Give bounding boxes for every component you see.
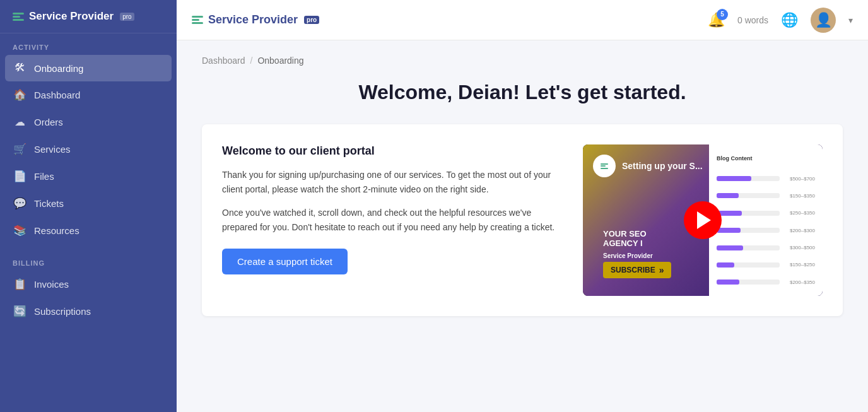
- spp-bar-2: [601, 165, 606, 167]
- video-thumbnail: Setting up your S... ⋮ YOUR SEO AGENCY I: [583, 144, 823, 296]
- sidebar-item-services-label: Services: [34, 144, 71, 155]
- main-content: Service Provider pro 🔔 5 0 words 🌐 👤 ▾: [177, 0, 868, 412]
- onboarding-card: Welcome to our client portal Thank you f…: [202, 124, 843, 316]
- sidebar-pro-badge: pro: [120, 13, 134, 21]
- user-dropdown-arrow[interactable]: ▾: [848, 15, 853, 25]
- chart-value-7: $200–$350: [783, 280, 815, 285]
- sidebar-item-services[interactable]: 🛒 Services: [0, 136, 177, 163]
- video-play-button[interactable]: [684, 201, 722, 239]
- orders-icon: ☁: [13, 115, 26, 129]
- chart-value-2: $150–$350: [783, 193, 815, 199]
- chart-bar-container-4: [717, 228, 780, 233]
- sidebar-item-subscriptions[interactable]: 🔄 Subscriptions: [0, 298, 177, 325]
- sidebar-item-dashboard[interactable]: 🏠 Dashboard: [0, 81, 177, 109]
- resources-icon: 📚: [13, 224, 26, 237]
- sidebar-item-subscriptions-label: Subscriptions: [34, 306, 91, 317]
- chart-value-1: $500–$700: [783, 176, 815, 182]
- chart-title: Blog Content: [717, 155, 815, 164]
- chart-bar-container-6: [717, 262, 780, 268]
- sidebar-item-resources[interactable]: 📚 Resources: [0, 217, 177, 244]
- subscribe-arrows-icon: »: [659, 265, 664, 275]
- chart-bar-container-1: [717, 176, 780, 181]
- onboarding-icon: 🛠: [13, 62, 26, 74]
- chart-row-6: $150–$250: [717, 262, 815, 268]
- avatar-image: 👤: [815, 12, 832, 28]
- chart-bar-container-5: [717, 245, 780, 250]
- logo-bar-3: [13, 19, 24, 21]
- header-logo: Service Provider pro: [192, 13, 319, 26]
- user-avatar[interactable]: 👤: [811, 8, 836, 33]
- notification-badge: 5: [717, 9, 728, 20]
- chart-bar-container-3: [717, 211, 780, 216]
- subscribe-label: SUBSCRIBE: [611, 266, 655, 274]
- chart-overlay: Blog Content $500–$700: [709, 144, 823, 296]
- header-brand-name: Service Provider: [208, 13, 298, 26]
- chart-row-2: $150–$350: [717, 193, 815, 199]
- billing-section-label: BILLING: [0, 249, 177, 271]
- video-channel-label: Setting up your S...: [622, 160, 703, 172]
- provider-label: Service Provider: [603, 252, 653, 259]
- header-logo-bar-1: [192, 16, 203, 18]
- card-heading: Welcome to our client portal: [222, 144, 563, 158]
- sidebar-item-tickets-label: Tickets: [34, 198, 64, 209]
- chart-row-5: $300–$500: [717, 245, 815, 250]
- subscribe-button[interactable]: SUBSCRIBE »: [603, 262, 671, 278]
- chart-row-1: $500–$700: [717, 176, 815, 182]
- sidebar-item-resources-label: Resources: [34, 225, 79, 236]
- video-container: Setting up your S... ⋮ YOUR SEO AGENCY I: [583, 144, 823, 296]
- chart-bar-container-2: [717, 193, 780, 198]
- files-icon: 📄: [13, 170, 26, 183]
- card-paragraph-1: Thank you for signing up/purchasing one …: [222, 168, 563, 197]
- chart-bar-5: [717, 245, 743, 250]
- chart-row-4: $200–$300: [717, 228, 815, 233]
- sidebar-item-invoices-label: Invoices: [34, 279, 69, 290]
- page-title: Welcome, Deian! Let's get started.: [202, 81, 843, 104]
- sidebar-item-tickets[interactable]: 💬 Tickets: [0, 190, 177, 217]
- subscriptions-icon: 🔄: [13, 305, 26, 318]
- header-right: 🔔 5 0 words 🌐 👤 ▾: [708, 8, 853, 33]
- sidebar-item-files[interactable]: 📄 Files: [0, 163, 177, 190]
- globe-icon[interactable]: 🌐: [781, 12, 798, 28]
- chart-bar-4: [717, 228, 741, 233]
- chart-value-4: $200–$300: [783, 228, 815, 233]
- header-logo-bar-3: [192, 22, 203, 24]
- sidebar-brand-name: Service Provider: [29, 10, 114, 23]
- chart-row-7: $200–$350: [717, 280, 815, 285]
- spp-logo-inner: [601, 163, 608, 169]
- invoices-icon: 📋: [13, 278, 26, 291]
- activity-section-label: ACTIVITY: [0, 33, 177, 55]
- chart-bar-6: [717, 262, 734, 268]
- services-icon: 🛒: [13, 143, 26, 156]
- sidebar-item-onboarding[interactable]: 🛠 Onboarding: [5, 55, 172, 81]
- sidebar-item-invoices[interactable]: 📋 Invoices: [0, 271, 177, 298]
- breadcrumb-separator: /: [250, 56, 253, 66]
- sidebar-item-orders-label: Orders: [34, 117, 63, 127]
- breadcrumb: Dashboard / Onboarding: [202, 56, 843, 66]
- breadcrumb-current: Onboarding: [257, 56, 303, 66]
- header-logo-bar-2: [192, 19, 199, 21]
- spp-bar-3: [601, 168, 608, 169]
- app-container: Service Provider pro ACTIVITY 🛠 Onboardi…: [0, 0, 868, 412]
- chart-bar-1: [717, 176, 751, 181]
- sidebar-item-onboarding-label: Onboarding: [34, 63, 83, 74]
- chart-value-5: $300–$500: [783, 245, 815, 250]
- sidebar-logo-icon: [13, 13, 24, 21]
- create-support-ticket-button[interactable]: Create a support ticket: [222, 249, 348, 274]
- page-content: Dashboard / Onboarding Welcome, Deian! L…: [177, 40, 868, 412]
- chart-value-3: $250–$350: [783, 210, 815, 216]
- words-count: 0 words: [737, 15, 768, 25]
- header-pro-badge: pro: [304, 16, 319, 24]
- notification-bell[interactable]: 🔔 5: [708, 12, 725, 28]
- sidebar-item-dashboard-label: Dashboard: [34, 90, 80, 100]
- logo-bar-1: [13, 13, 24, 15]
- chart-bar-container-7: [717, 280, 780, 285]
- sidebar-item-orders[interactable]: ☁ Orders: [0, 109, 177, 136]
- sidebar-nav: 🛠 Onboarding 🏠 Dashboard ☁ Orders 🛒 Serv…: [0, 55, 177, 244]
- sidebar: Service Provider pro ACTIVITY 🛠 Onboardi…: [0, 0, 177, 412]
- dashboard-icon: 🏠: [13, 88, 26, 102]
- spp-bar-1: [601, 163, 608, 165]
- breadcrumb-parent[interactable]: Dashboard: [202, 56, 245, 66]
- tickets-icon: 💬: [13, 197, 26, 210]
- card-paragraph-2: Once you've watched it, scroll down, and…: [222, 206, 563, 235]
- chart-bar-7: [717, 280, 739, 285]
